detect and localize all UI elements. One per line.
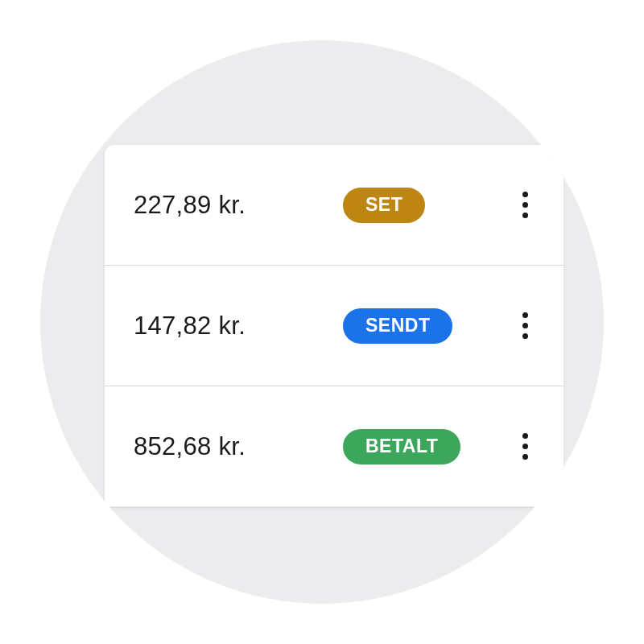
transactions-card: 227,89 kr. SET 147,82 kr. SENDT 852,68 k… xyxy=(105,145,564,507)
circle-background: 227,89 kr. SET 147,82 kr. SENDT 852,68 k… xyxy=(40,40,604,604)
more-vertical-icon[interactable] xyxy=(509,310,541,342)
transaction-row[interactable]: 227,89 kr. SET xyxy=(105,145,564,266)
transaction-row[interactable]: 147,82 kr. SENDT xyxy=(105,266,564,386)
status-badge-set: SET xyxy=(343,188,425,223)
transaction-amount: 147,82 kr. xyxy=(134,312,343,341)
status-badge-betalt: BETALT xyxy=(343,429,460,464)
transaction-amount: 852,68 kr. xyxy=(134,432,343,461)
more-vertical-icon[interactable] xyxy=(509,189,541,221)
transaction-amount: 227,89 kr. xyxy=(134,191,343,220)
transaction-row[interactable]: 852,68 kr. BETALT xyxy=(105,386,564,507)
more-vertical-icon[interactable] xyxy=(509,431,541,463)
status-badge-sendt: SENDT xyxy=(343,308,452,344)
